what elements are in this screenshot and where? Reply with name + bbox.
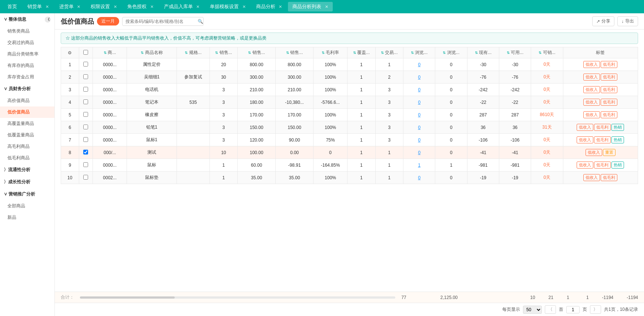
sidebar-item-high-value[interactable]: 高价值商品: [0, 95, 54, 106]
sidebar-group-marketing[interactable]: ∨ 营销推广分析: [0, 188, 54, 200]
row-checkbox[interactable]: [83, 99, 88, 104]
row-checkbox[interactable]: [83, 112, 88, 117]
col-header-sale2[interactable]: ⇅ 销售...: [238, 47, 275, 58]
browse1-link[interactable]: 0: [418, 100, 420, 105]
nav-templates[interactable]: 单据模板设置 ✕: [205, 2, 250, 11]
sidebar-group-circulation[interactable]: 〉流通性分析: [0, 164, 54, 176]
col-header-gross[interactable]: ⇅ 毛利率: [313, 47, 348, 58]
row-check[interactable]: [79, 134, 93, 146]
browse1-link[interactable]: 0: [418, 125, 420, 130]
nav-roles[interactable]: 角色授权 ✕: [123, 2, 158, 11]
per-page-select[interactable]: 50 100 200: [523, 306, 542, 314]
browse1-link[interactable]: 0: [418, 150, 420, 155]
col-header-cover[interactable]: ⇅ 覆盖...: [348, 47, 376, 58]
row-browse1[interactable]: 0: [403, 96, 435, 109]
sidebar-item-sales-goods[interactable]: 销售类商品: [0, 26, 54, 37]
browse1-link[interactable]: 0: [418, 112, 420, 118]
sidebar-item-all-goods[interactable]: 全部商品: [0, 200, 54, 212]
sidebar-item-low-margin[interactable]: 低毛利商品: [0, 152, 54, 164]
row-browse1[interactable]: 0: [403, 146, 435, 159]
close-products[interactable]: ✕: [196, 4, 199, 9]
row-browse1[interactable]: 0: [403, 58, 435, 71]
row-check[interactable]: [79, 109, 93, 121]
row-check[interactable]: [79, 146, 93, 159]
nav-analysis-list[interactable]: 商品分析列表 ✕: [288, 2, 333, 11]
footer-scrollbar[interactable]: [80, 296, 395, 299]
sidebar-item-with-stock[interactable]: 有库存的商品: [0, 60, 54, 71]
nav-permissions[interactable]: 权限设置 ✕: [86, 2, 121, 11]
sidebar-group-growth[interactable]: 〉成长性分析: [0, 176, 54, 188]
nav-products[interactable]: 产成品入库单 ✕: [160, 2, 204, 11]
filter-button[interactable]: 近一月: [97, 17, 119, 26]
nav-analysis[interactable]: 商品分析 ✕: [252, 2, 287, 11]
col-header-browse2[interactable]: ⇅ 浏览...: [435, 47, 467, 58]
browse1-link[interactable]: 0: [418, 87, 420, 92]
row-checkbox[interactable]: [83, 175, 88, 180]
row-check[interactable]: [79, 96, 93, 109]
row-checkbox[interactable]: [83, 87, 88, 92]
col-header-name[interactable]: ⇅ 商品名称: [127, 47, 177, 58]
page-input[interactable]: [566, 306, 580, 313]
row-checkbox[interactable]: [83, 74, 88, 79]
sidebar-group-financial[interactable]: ∨ 员财务分析: [0, 83, 54, 95]
nav-purchase[interactable]: 进货单 ✕: [55, 2, 85, 11]
col-header-code[interactable]: ⇅ 商...: [93, 47, 127, 58]
col-header-sale1[interactable]: ⇅ 销售...: [209, 47, 238, 58]
row-checkbox[interactable]: [83, 162, 88, 167]
row-check[interactable]: [79, 58, 93, 71]
row-browse1[interactable]: 0: [403, 84, 435, 96]
row-check[interactable]: [79, 71, 93, 84]
col-header-browse1[interactable]: ⇅ 浏览...: [403, 47, 435, 58]
sidebar-item-high-coverage[interactable]: 高覆盖量商品: [0, 118, 54, 129]
browse1-link[interactable]: 1: [418, 163, 420, 168]
nav-home[interactable]: 首页: [3, 2, 21, 11]
col-header-settings[interactable]: ⚙: [61, 47, 79, 58]
export-button[interactable]: ↓ 导出: [617, 16, 638, 26]
close-analysis-list[interactable]: ✕: [325, 4, 328, 9]
close-roles[interactable]: ✕: [150, 4, 154, 9]
row-browse1[interactable]: 0: [403, 121, 435, 134]
col-header-check[interactable]: [79, 47, 93, 58]
row-browse1[interactable]: 0: [403, 109, 435, 121]
row-checkbox[interactable]: [83, 137, 88, 142]
row-check[interactable]: [79, 171, 93, 184]
close-analysis[interactable]: ✕: [279, 4, 282, 9]
close-templates[interactable]: ✕: [242, 4, 246, 9]
next-page-btn[interactable]: 〉: [590, 305, 601, 314]
row-checkbox[interactable]: [83, 125, 88, 129]
row-check[interactable]: [79, 159, 93, 171]
first-page-btn[interactable]: 〈: [545, 305, 556, 314]
close-purchase[interactable]: ✕: [77, 4, 80, 9]
col-header-sell[interactable]: ⇅ 可销...: [531, 47, 563, 58]
row-checkbox[interactable]: [83, 62, 88, 67]
select-all-checkbox[interactable]: [83, 50, 88, 55]
collapse-overall-btn[interactable]: 《: [45, 17, 51, 23]
row-checkbox[interactable]: [83, 150, 88, 154]
share-button[interactable]: ↗ 分享: [592, 16, 614, 26]
search-icon[interactable]: 🔍: [198, 19, 203, 24]
row-browse1[interactable]: 0: [403, 134, 435, 146]
row-check[interactable]: [79, 84, 93, 96]
sidebar-item-new-goods[interactable]: 新品: [0, 212, 54, 223]
row-browse1[interactable]: 1: [403, 159, 435, 171]
col-header-spec[interactable]: ⇅ 规格...: [177, 47, 209, 58]
col-header-sale3[interactable]: ⇅ 销售...: [275, 47, 313, 58]
row-browse1[interactable]: 0: [403, 171, 435, 184]
sidebar-group-overall[interactable]: ∨ 整体信息 《: [0, 13, 54, 26]
browse1-link[interactable]: 0: [418, 137, 420, 143]
nav-sales[interactable]: 销货单 ✕: [23, 2, 53, 11]
browse1-link[interactable]: 0: [418, 75, 420, 80]
sidebar-item-low-value[interactable]: 低价值商品: [0, 106, 54, 118]
col-header-trade[interactable]: ⇅ 交易...: [375, 47, 403, 58]
sidebar-item-category-rate[interactable]: 商品分类销售率: [0, 48, 54, 60]
close-permissions[interactable]: ✕: [114, 4, 117, 9]
sidebar-item-high-margin[interactable]: 高毛利商品: [0, 141, 54, 152]
sidebar-item-low-coverage[interactable]: 低覆盖量商品: [0, 129, 54, 141]
col-header-current[interactable]: ⇅ 现有...: [467, 47, 499, 58]
sidebar-item-traded[interactable]: 交易过的商品: [0, 37, 54, 48]
search-input[interactable]: [122, 17, 204, 26]
row-browse1[interactable]: 0: [403, 71, 435, 84]
browse1-link[interactable]: 0: [418, 175, 420, 180]
browse1-link[interactable]: 0: [418, 62, 420, 67]
sidebar-item-stock-funds[interactable]: 库存资金占用: [0, 71, 54, 83]
